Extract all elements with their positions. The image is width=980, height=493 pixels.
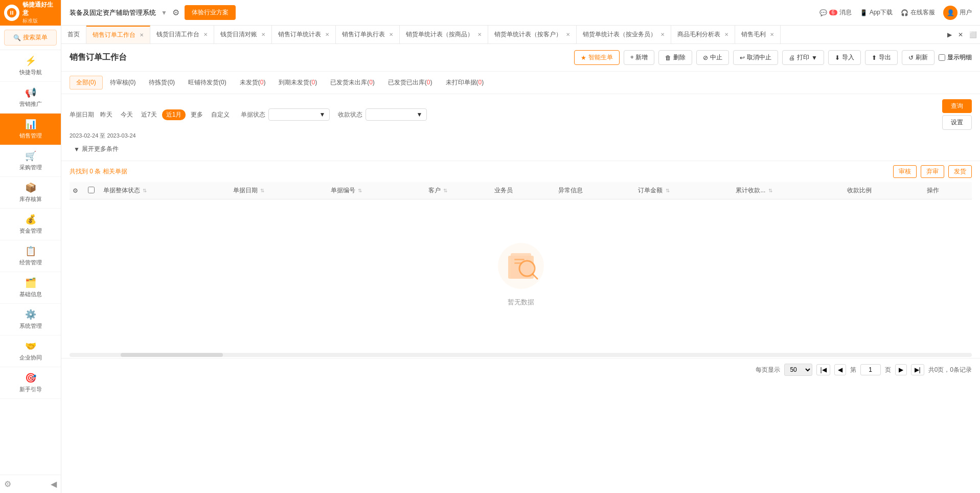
industry-solution-button[interactable]: 体验行业方案 [185,5,236,20]
date-shortcut-more[interactable]: 更多 [188,109,206,120]
online-service-button[interactable]: 🎧 在线客服 [901,8,935,17]
query-button[interactable]: 查询 [942,99,972,113]
sidebar-item-ops[interactable]: 📋 经营管理 [0,240,61,272]
tab-close-sales-workbench[interactable]: ✕ [140,32,144,38]
date-shortcut-today[interactable]: 今天 [118,109,136,120]
bulk-review-button[interactable]: 审核 [893,165,917,178]
bulk-ship-button[interactable]: 发货 [948,165,972,178]
system-icon: ⚙️ [25,309,36,320]
sidebar-item-guide[interactable]: 🎯 新手引导 [0,367,61,399]
page-label: 第 [850,366,856,374]
filter-tab-shipped-in[interactable]: 已发货已出库(0) [382,76,439,89]
filter-tab-all[interactable]: 全部(0) [70,76,103,89]
message-button[interactable]: 💬 6 消息 [819,8,852,17]
sidebar-item-base[interactable]: 🗂️ 基础信息 [0,272,61,304]
sidebar-bottom: ⚙ ◀ [0,475,61,493]
filter-tab-pending-review[interactable]: 待审核(0) [104,76,142,89]
tabs-scroll-right-button[interactable]: ▶ [944,26,955,44]
refresh-button[interactable]: ↺ 刷新 [902,50,935,65]
add-button[interactable]: + 新增 [624,50,654,65]
tab-cash-reconcile[interactable]: 钱货日清对账 ✕ [214,26,272,44]
date-sort-icon[interactable]: ⇅ [260,188,264,193]
sidebar-item-marketing[interactable]: 📢 营销推广 [0,82,61,114]
sidebar-item-system[interactable]: ⚙️ 系统管理 [0,304,61,335]
sidebar-item-purchase[interactable]: 🛒 采购管理 [0,145,61,177]
tab-product-margin[interactable]: 商品毛利分析表 ✕ [671,26,735,44]
tab-close-sales-exec[interactable]: ✕ [389,32,393,37]
sidebar-item-sales[interactable]: 📊 销售管理 [0,114,61,145]
per-page-select[interactable]: 50 10 20 100 [784,364,812,376]
date-shortcut-7days[interactable]: 近7天 [138,109,160,120]
purchase-icon: 🛒 [25,150,36,162]
tab-close-product-margin[interactable]: ✕ [724,32,728,37]
tab-home[interactable]: 首页 [61,26,86,44]
tab-sales-gross[interactable]: 销售毛利 ✕ [735,26,781,44]
filter-tab-wangpu-ship[interactable]: 旺铺待发货(0) [182,76,233,89]
app-download-button[interactable]: 📱 App下载 [860,8,893,17]
tab-cash-daily[interactable]: 钱货日清工作台 ✕ [150,26,214,44]
expand-conditions-button[interactable]: ▼ 展开更多条件 [70,143,972,155]
delete-button[interactable]: 🗑 删除 [658,50,692,65]
pagination-prev-button[interactable]: ◀ [834,364,846,375]
date-shortcut-1month[interactable]: 近1月 [162,109,186,120]
export-button[interactable]: ⬆ 导出 [865,50,898,65]
scroll-thumb[interactable] [121,353,223,357]
pagination-last-button[interactable]: ▶| [911,364,924,375]
filter-tab-overdue-ship[interactable]: 到期未发货(0) [272,76,323,89]
sidebar-item-finance[interactable]: 💰 资金管理 [0,209,61,240]
filter-tab-pending-inspect[interactable]: 待拣货(0) [143,76,181,89]
tabs-close-current-button[interactable]: ✕ [955,26,966,44]
select-all-checkbox[interactable] [88,187,95,193]
tab-sales-sum-customer[interactable]: 销货单统计表（按客户） ✕ [488,26,577,44]
tab-close-cash-reconcile[interactable]: ✕ [261,32,265,37]
tab-sales-stat[interactable]: 销售订单统计表 ✕ [272,26,336,44]
search-setting-button[interactable]: 设置 [942,115,972,130]
amount-sort-icon[interactable]: ⇅ [666,188,670,193]
date-shortcut-custom[interactable]: 自定义 [208,109,233,120]
status-sort-icon[interactable]: ⇅ [143,188,147,193]
collected-sort-icon[interactable]: ⇅ [768,188,772,193]
customer-sort-icon[interactable]: ⇅ [443,188,447,193]
tab-sales-workbench[interactable]: 销售订单工作台 ✕ [86,26,150,44]
tab-sales-exec[interactable]: 销售订单执行表 ✕ [336,26,400,44]
pagination-next-button[interactable]: ▶ [895,364,907,375]
page-number-input[interactable]: 1 [860,364,881,375]
filter-tab-shipped-not-in[interactable]: 已发货未出库(0) [324,76,381,89]
pagination: 每页显示 50 10 20 100 |◀ ◀ 第 1 页 ▶ ▶| 共0页，0条… [61,358,980,381]
payment-select[interactable]: ▼ [366,108,427,121]
filter-tab-not-shipped[interactable]: 未发货(0) [234,76,272,89]
horizontal-scrollbar[interactable] [70,352,972,358]
settings-gear-icon[interactable]: ⚙ [172,8,179,17]
number-sort-icon[interactable]: ⇅ [358,188,362,193]
collapse-sidebar-button[interactable]: ◀ [51,479,57,489]
date-shortcut-yesterday[interactable]: 昨天 [97,109,116,120]
stop-button[interactable]: ⊘ 中止 [696,50,729,65]
bulk-unreviewed-button[interactable]: 弃审 [921,165,944,178]
tab-close-sales-sum-product[interactable]: ✕ [477,32,482,37]
tab-close-sales-stat[interactable]: ✕ [325,32,329,37]
pagination-first-button[interactable]: |◀ [816,364,830,375]
status-select[interactable]: ▼ [268,108,330,121]
sidebar-item-inventory[interactable]: 📦 库存核算 [0,177,61,209]
system-title-dropdown-icon[interactable]: ▼ [161,9,167,16]
sidebar-item-collab[interactable]: 🤝 企业协同 [0,335,61,367]
tab-close-sales-sum-customer[interactable]: ✕ [566,32,570,37]
tabs-maximize-button[interactable]: ⬜ [966,26,980,44]
tab-close-sales-sum-staff[interactable]: ✕ [660,32,665,37]
tab-sales-sum-product[interactable]: 销货单统计表（按商品） ✕ [400,26,488,44]
tab-close-cash-daily[interactable]: ✕ [203,32,208,37]
search-menu-button[interactable]: 🔍 搜索菜单 [4,30,57,46]
user-profile-button[interactable]: 👤 用户 [943,6,972,20]
cancel-stop-button[interactable]: ↩ 取消中止 [733,50,778,65]
settings-bottom-button[interactable]: ⚙ [4,479,11,489]
show-detail-checkbox-label[interactable]: 显示明细 [939,53,972,62]
import-button[interactable]: ⬇ 导入 [828,50,861,65]
tab-close-sales-gross[interactable]: ✕ [770,32,774,37]
show-detail-checkbox[interactable] [939,54,945,61]
smart-order-button[interactable]: ★ 智能生单 [574,50,620,65]
phone-icon: 📱 [860,9,868,16]
sidebar-item-quick[interactable]: ⚡ 快捷导航 [0,50,61,82]
tab-sales-sum-staff[interactable]: 销货单统计表（按业务员） ✕ [577,26,671,44]
filter-tab-not-printed[interactable]: 未打印单据(0) [440,76,490,89]
print-button[interactable]: 🖨 打印 ▼ [782,50,824,65]
